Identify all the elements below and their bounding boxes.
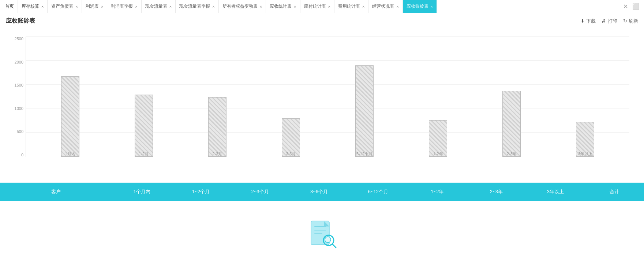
table-header-cell-6: 1~2年 xyxy=(408,188,467,195)
y-axis-label: 2000 xyxy=(15,60,23,64)
table-header-cell-2: 1~2个月 xyxy=(171,188,230,195)
tab-close-equity[interactable]: × xyxy=(260,4,262,9)
table-header-cell-4: 3~6个月 xyxy=(289,188,348,195)
tab-label: 库存核算 xyxy=(22,3,39,9)
table-header-cell-0: 客户 xyxy=(0,188,112,195)
tab-label: 应收统计表 xyxy=(270,3,292,9)
print-button[interactable]: 🖨 打印 xyxy=(602,18,617,24)
table-header-cell-3: 2~3个月 xyxy=(231,188,289,195)
tab-close-ar-stat[interactable]: × xyxy=(294,4,296,9)
download-button[interactable]: ⬇ 下载 xyxy=(581,18,596,24)
chart-area: 05001000150020002500 1月内1-2月2-3月3-6月6-12… xyxy=(0,29,644,183)
tab-ar-stat[interactable]: 应收统计表× xyxy=(266,0,300,13)
tab-label: 经营状况表 xyxy=(372,3,394,9)
tab-label: 现金流量表季报 xyxy=(179,3,210,9)
tab-close-balance-sheet[interactable]: × xyxy=(75,4,78,9)
bar xyxy=(502,91,521,157)
main-content: 05001000150020002500 1月内1-2月2-3月3-6月6-12… xyxy=(0,29,644,263)
y-axis: 05001000150020002500 xyxy=(7,37,26,157)
x-axis-label: 3年以上 xyxy=(576,151,594,157)
tab-ar-aging[interactable]: 应收账龄表× xyxy=(403,0,437,13)
table-header-cell-9: 合计 xyxy=(585,188,644,195)
y-axis-label: 1500 xyxy=(15,83,23,87)
bar-group xyxy=(135,95,153,157)
chart-body: 1月内1-2月2-3月3-6月6-12个月1-2年2-3年3年以上 xyxy=(26,37,629,157)
tab-cashflow-quarterly[interactable]: 现金流量表季报× xyxy=(176,0,218,13)
tab-balance-sheet[interactable]: 资产负债表× xyxy=(48,0,82,13)
empty-state xyxy=(0,201,644,263)
tab-close-cashflow[interactable]: × xyxy=(169,4,172,9)
page-title: 应收账龄表 xyxy=(6,17,35,25)
download-icon: ⬇ xyxy=(581,18,585,24)
tab-close-inventory[interactable]: × xyxy=(41,4,44,9)
header-actions: ⬇ 下载 🖨 打印 ↻ 刷新 xyxy=(581,18,638,24)
bar-group xyxy=(502,91,521,157)
x-axis-label: 1-2年 xyxy=(429,151,447,157)
tab-home[interactable]: 首页 xyxy=(1,0,18,13)
y-axis-label: 500 xyxy=(17,129,23,134)
tab-expense-stat[interactable]: 费用统计表× xyxy=(334,0,368,13)
bar xyxy=(355,65,374,157)
page-header: 应收账龄表 ⬇ 下载 🖨 打印 ↻ 刷新 xyxy=(0,13,644,29)
refresh-button[interactable]: ↻ 刷新 xyxy=(623,18,638,24)
bar-group xyxy=(61,76,79,157)
tab-cashflow[interactable]: 现金流量表× xyxy=(142,0,176,13)
empty-icon xyxy=(304,216,340,252)
tab-bar: 首页 库存核算×资产负债表×利润表×利润表季报×现金流量表×现金流量表季报×所有… xyxy=(0,0,644,13)
x-axis-label: 2-3年 xyxy=(502,151,521,157)
table-header-cell-1: 1个月内 xyxy=(112,188,171,195)
tab-ap-stat[interactable]: 应付统计表× xyxy=(300,0,334,13)
table-header-cell-7: 2~3年 xyxy=(467,188,526,195)
bar xyxy=(135,95,153,157)
bar-chart: 05001000150020002500 1月内1-2月2-3月3-6月6-12… xyxy=(7,37,629,168)
bar-group xyxy=(208,97,226,157)
tab-label: 利润表 xyxy=(86,3,99,9)
tab-close-profit[interactable]: × xyxy=(101,4,103,9)
tab-close-expense-stat[interactable]: × xyxy=(362,4,364,9)
x-axis-label: 1-2月 xyxy=(135,151,153,157)
maximize-window-button[interactable]: ⬜ xyxy=(631,2,641,11)
tab-profit[interactable]: 利润表× xyxy=(82,0,107,13)
tab-label: 费用统计表 xyxy=(338,3,360,9)
table-header: 客户1个月内1~2个月2~3个月3~6个月6~12个月1~2年2~3年3年以上合… xyxy=(0,183,644,201)
x-axis-label: 6-12个月 xyxy=(355,151,374,157)
tab-close-ar-aging[interactable]: × xyxy=(431,4,433,9)
tab-label: 所有者权益变动表 xyxy=(222,3,258,9)
tab-inventory[interactable]: 库存核算× xyxy=(18,0,48,13)
x-axis-label: 3-6月 xyxy=(282,151,300,157)
bar xyxy=(208,97,226,157)
y-axis-label: 2500 xyxy=(15,37,23,41)
x-axis-label: 2-3月 xyxy=(208,151,226,157)
tab-label: 资产负债表 xyxy=(51,3,73,9)
tab-profit-quarterly[interactable]: 利润表季报× xyxy=(107,0,141,13)
tab-close-ap-stat[interactable]: × xyxy=(328,4,330,9)
table-header-cell-8: 3年以上 xyxy=(526,188,585,195)
tab-label: 利润表季报 xyxy=(111,3,133,9)
y-axis-label: 1000 xyxy=(15,106,23,111)
bar xyxy=(61,76,79,157)
bar-group xyxy=(355,65,374,157)
tab-equity[interactable]: 所有者权益变动表× xyxy=(219,0,266,13)
refresh-icon: ↻ xyxy=(623,18,627,24)
tab-operation[interactable]: 经营状况表× xyxy=(368,0,402,13)
x-axis-label: 1月内 xyxy=(61,151,79,157)
tab-close-operation[interactable]: × xyxy=(396,4,398,9)
table-header-cell-5: 6~12个月 xyxy=(349,188,408,195)
tab-label: 现金流量表 xyxy=(145,3,167,9)
print-icon: 🖨 xyxy=(602,18,606,24)
close-window-button[interactable]: ✕ xyxy=(622,2,629,11)
svg-line-6 xyxy=(332,244,336,248)
tab-bar-actions: ✕ ⬜ xyxy=(622,2,643,11)
tab-close-profit-quarterly[interactable]: × xyxy=(135,4,137,9)
tab-close-cashflow-quarterly[interactable]: × xyxy=(212,4,214,9)
y-axis-label: 0 xyxy=(21,153,23,157)
svg-point-5 xyxy=(325,237,331,243)
tab-label: 应收账龄表 xyxy=(407,3,428,9)
tab-label: 应付统计表 xyxy=(304,3,326,9)
